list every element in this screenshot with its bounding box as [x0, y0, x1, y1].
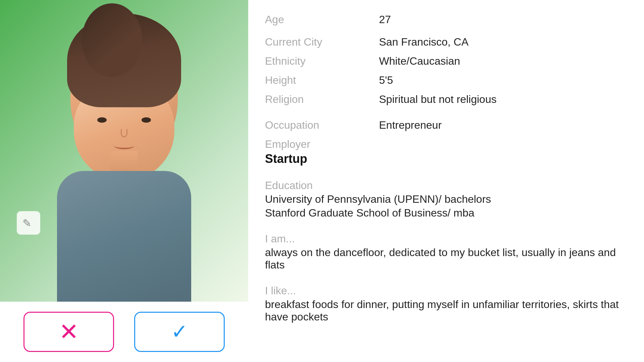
employer-label: Employer	[265, 138, 627, 150]
age-label: Age	[265, 13, 379, 26]
employer-row: Employer Startup	[265, 135, 627, 169]
nose	[121, 129, 127, 137]
profile-info: Age 27 Current City San Francisco, CA Et…	[265, 10, 627, 326]
ethnicity-label: Ethnicity	[265, 55, 379, 67]
employer-value: Startup	[265, 152, 627, 166]
action-area: ✕ ✓	[0, 302, 248, 362]
hair	[67, 13, 181, 107]
eye-right	[142, 117, 151, 123]
height-row: Height 5'5	[265, 71, 627, 90]
occupation-row: Occupation Entrepreneur	[265, 116, 627, 135]
current-city-value: San Francisco, CA	[379, 36, 469, 48]
i-like-label: I like...	[265, 285, 627, 297]
edit-icon: ✎	[22, 217, 35, 229]
occupation-value: Entrepreneur	[379, 119, 442, 131]
hair-bun	[82, 3, 142, 77]
education-label: Education	[265, 179, 627, 192]
i-like-row: I like... breakfast foods for dinner, pu…	[265, 281, 627, 326]
occupation-label: Occupation	[265, 119, 379, 131]
body	[57, 171, 191, 302]
accept-icon: ✓	[171, 322, 188, 342]
religion-label: Religion	[265, 93, 379, 106]
i-am-row: I am... always on the dancefloor, dedica…	[265, 229, 627, 275]
current-city-row: Current City San Francisco, CA	[265, 33, 627, 52]
mouth	[114, 142, 134, 149]
i-am-label: I am...	[265, 233, 627, 245]
ethnicity-row: Ethnicity White/Caucasian	[265, 52, 627, 71]
i-like-value: breakfast foods for dinner, putting myse…	[265, 298, 627, 323]
person-figure	[23, 7, 225, 302]
height-value: 5'5	[379, 74, 393, 86]
age-value: 27	[379, 13, 391, 26]
right-panel: Age 27 Current City San Francisco, CA Et…	[248, 0, 644, 362]
eye-left	[97, 117, 107, 123]
profile-photo: ✎	[0, 0, 248, 302]
accept-button[interactable]: ✓	[134, 312, 225, 352]
education-value-1: University of Pennsylvania (UPENN)/ bach…	[265, 193, 627, 205]
left-panel: ✎ ✕ ✓	[0, 0, 248, 362]
height-label: Height	[265, 74, 379, 86]
current-city-label: Current City	[265, 36, 379, 48]
religion-row: Religion Spiritual but not religious	[265, 90, 627, 109]
reject-icon: ✕	[59, 320, 79, 344]
i-am-value: always on the dancefloor, dedicated to m…	[265, 246, 627, 271]
age-row: Age 27	[265, 10, 627, 33]
education-value-2: Stanford Graduate School of Business/ mb…	[265, 207, 627, 219]
ethnicity-value: White/Caucasian	[379, 55, 460, 67]
education-row: Education University of Pennsylvania (UP…	[265, 176, 627, 223]
edit-icon-container[interactable]: ✎	[17, 211, 40, 235]
reject-button[interactable]: ✕	[23, 312, 114, 352]
religion-value: Spiritual but not religious	[379, 93, 496, 106]
